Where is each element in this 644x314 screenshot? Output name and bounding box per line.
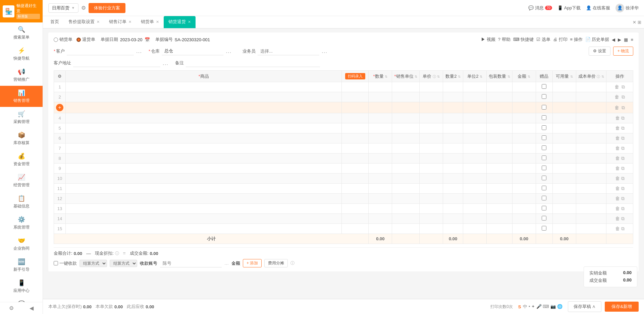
topbar-gear-icon[interactable]: ⚙ — [81, 5, 86, 11]
sidebar-item-inventory[interactable]: 📦 库存核算 — [0, 128, 43, 149]
radio-sale-input[interactable] — [54, 38, 58, 42]
online-service-button[interactable]: 👤 在线客服 — [586, 5, 610, 11]
copy-row-icon[interactable]: ⧉ — [621, 115, 625, 121]
app-download-button[interactable]: 📱 App下载 — [557, 5, 581, 11]
delete-row-icon[interactable]: 🗑 — [615, 186, 620, 191]
unit-sort-icon[interactable]: ⇅ — [415, 75, 417, 78]
sidebar-item-marketing[interactable]: 📢 营销推广 — [0, 65, 43, 86]
delete-row-icon[interactable]: 🗑 — [614, 94, 619, 100]
copy-row-icon[interactable]: ⧉ — [621, 176, 625, 181]
copy-row-icon[interactable]: ⧉ — [622, 94, 625, 100]
copy-row-icon[interactable]: ⧉ — [621, 145, 625, 151]
video-action[interactable]: ▶ 视频 — [481, 37, 495, 43]
copy-row-icon[interactable]: ⧉ — [621, 155, 625, 161]
unit2-sort-icon[interactable]: ⇅ — [480, 75, 482, 78]
sidebar-item-enterprise[interactable]: 🤝 企业协同 — [0, 234, 43, 255]
sidebar-item-operation[interactable]: 📈 经营管理 — [0, 170, 43, 191]
shortcut-action[interactable]: ⌨ 快捷键 — [513, 37, 534, 43]
product-cell[interactable] — [66, 92, 342, 102]
settings-button[interactable]: ⚙ 设置 — [589, 47, 610, 56]
radio-return[interactable]: 退货单 — [76, 37, 95, 43]
category-selector[interactable]: 日用百货 ▼ — [48, 3, 78, 13]
copy-row-icon[interactable]: ⧉ — [621, 206, 625, 211]
add-row-cell[interactable]: + — [54, 102, 66, 113]
prev-nav-icon[interactable]: ◀ — [612, 37, 615, 42]
save-draft-button[interactable]: 保存草稿 ∧ — [568, 301, 602, 312]
logistics-button[interactable]: + 物流 — [613, 47, 633, 56]
tab-sales-order[interactable]: 销售订单 ✕ — [104, 16, 136, 28]
expand-icon[interactable]: ⊞ — [638, 20, 641, 25]
scan-btn[interactable]: 扫码录入 — [345, 73, 365, 79]
sidebar-item-finance[interactable]: 💰 资金管理 — [0, 149, 43, 170]
history-action[interactable]: 📄 历史单据 — [585, 37, 609, 43]
copy-row-icon[interactable]: ⧉ — [621, 135, 625, 141]
address-input[interactable] — [73, 59, 160, 67]
sidebar-item-purchase[interactable]: 🛒 采购管理 — [0, 107, 43, 128]
delete-row-icon[interactable]: 🗑 — [615, 226, 620, 231]
radio-return-input[interactable] — [76, 38, 81, 42]
expense-help-icon[interactable]: ⓘ — [290, 260, 294, 266]
tab-sales-delivery[interactable]: 销货单 ✕ — [136, 16, 164, 28]
gift-checkbox-3[interactable] — [542, 105, 546, 110]
avail-sort-icon[interactable]: ⇅ — [570, 75, 573, 78]
print-action[interactable]: 🖨 打印 — [553, 37, 568, 43]
grid-view-icon[interactable]: ▦ — [624, 37, 628, 42]
message-button[interactable]: 💬 消息 70 — [528, 5, 552, 11]
qty-sort-icon[interactable]: ⇅ — [385, 75, 387, 78]
tab-sales-return[interactable]: 销货退货 ✕ — [164, 16, 196, 28]
account-input[interactable] — [160, 259, 222, 267]
tab-price-setting[interactable]: 售价提取设置 ✕ — [64, 16, 104, 28]
radio-sale[interactable]: 销货单 — [54, 37, 72, 43]
operate-action[interactable]: ≡ 操作 — [570, 37, 583, 43]
list-view-icon[interactable]: ≡ — [631, 37, 633, 42]
collapse-icon[interactable]: ◀ — [30, 305, 34, 311]
add-row-button[interactable]: + — [56, 104, 63, 111]
sidebar-item-basic[interactable]: 📋 基础信息 — [0, 191, 43, 212]
copy-row-icon[interactable]: ⧉ — [622, 84, 625, 89]
user-profile[interactable]: 👤 徐泽华 — [615, 4, 639, 12]
address-dots-icon[interactable]: … — [162, 60, 168, 67]
delete-row-icon[interactable]: 🗑 — [615, 145, 620, 151]
delete-row-icon[interactable]: 🗑 — [615, 206, 620, 211]
sidebar-item-guide[interactable]: 🆕 新手引导 — [0, 255, 43, 276]
sidebar-item-search[interactable]: 🔍 搜索菜单 — [0, 22, 43, 44]
delete-row-icon[interactable]: 🗑 — [615, 166, 620, 171]
one-click-checkbox[interactable] — [54, 261, 58, 265]
delete-row-icon[interactable]: 🗑 — [615, 155, 620, 161]
tab-price-close-icon[interactable]: ✕ — [97, 20, 100, 24]
customer-dots-icon[interactable]: … — [136, 48, 142, 55]
tab-order-close-icon[interactable]: ✕ — [128, 20, 131, 24]
delete-row-icon[interactable]: 🗑 — [615, 135, 620, 141]
help-action[interactable]: ? 帮助 — [498, 37, 511, 43]
delete-row-icon[interactable]: 🗑 — [615, 125, 620, 131]
close-all-icon[interactable]: ✕ — [633, 20, 636, 25]
sidebar-item-wechat[interactable]: 💬 企业微信 — [0, 297, 43, 302]
gift-checkbox-2[interactable] — [542, 94, 546, 99]
th-gear[interactable]: ⚙ — [54, 71, 66, 82]
payment-method-select[interactable]: 结算方式 — [79, 260, 107, 267]
tab-return-close-icon[interactable]: ✕ — [188, 20, 191, 24]
expense-split-button[interactable]: 费用分摊 — [264, 259, 288, 267]
delete-row-icon[interactable]: 🗑 — [615, 196, 620, 201]
delete-row-icon[interactable]: 🗑 — [615, 115, 620, 121]
add-payment-button[interactable]: + 添加 — [243, 259, 262, 267]
warehouse-input[interactable] — [162, 47, 223, 55]
staff-dots-icon[interactable]: … — [321, 48, 327, 55]
product-cell[interactable] — [66, 82, 342, 92]
copy-row-icon[interactable]: ⧉ — [621, 196, 625, 201]
customer-input[interactable] — [67, 47, 134, 55]
delete-row-icon[interactable]: 🗑 — [615, 216, 620, 221]
pack-sort-icon[interactable]: ⇅ — [507, 75, 510, 78]
select-action[interactable]: ☑ 选单 — [536, 37, 550, 43]
calc-method-select[interactable]: 结算方式 — [110, 260, 137, 267]
delete-row-icon[interactable]: 🗑 — [614, 105, 619, 110]
cost-sort-icon[interactable]: ⇅ — [601, 75, 604, 78]
copy-row-icon[interactable]: ⧉ — [621, 125, 625, 131]
save-new-button[interactable]: 保存&新增 — [605, 302, 639, 312]
staff-input[interactable] — [258, 47, 319, 55]
calendar-icon[interactable]: 📅 — [145, 37, 150, 42]
discount-help-icon[interactable]: ⓘ — [115, 251, 119, 256]
experience-button[interactable]: 体验行业方案 — [89, 3, 125, 13]
amount-sort-icon[interactable]: ⇅ — [528, 75, 530, 78]
price-sort-icon[interactable]: ⇅ — [437, 75, 440, 78]
